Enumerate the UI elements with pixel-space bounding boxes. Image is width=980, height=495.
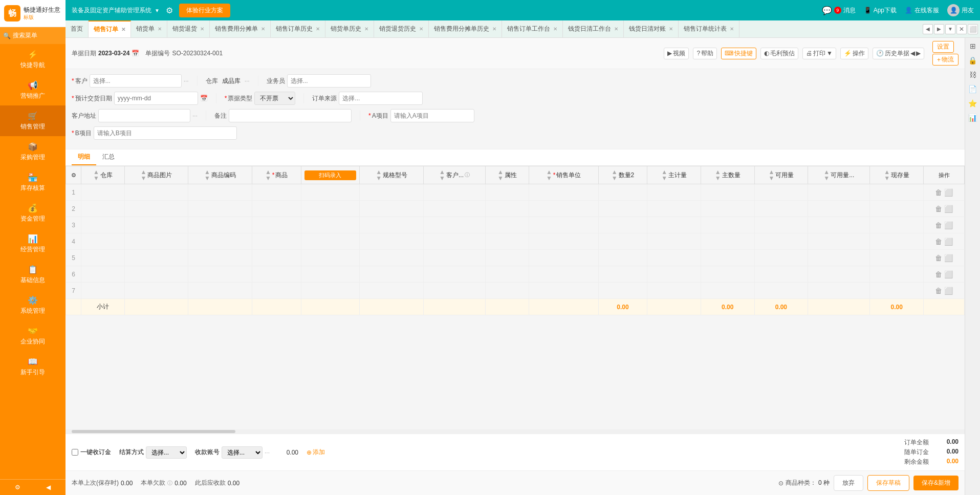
row-delete-1[interactable]: 🗑 xyxy=(935,188,942,197)
customer-code-info-icon[interactable]: ⓘ xyxy=(465,171,470,179)
history-nav-prev[interactable]: ◀ xyxy=(910,50,915,57)
tab-menu[interactable]: ▼ xyxy=(945,24,955,34)
row-delete-4[interactable]: 🗑 xyxy=(935,238,942,246)
horizontal-scrollbar[interactable] xyxy=(66,429,965,434)
tab-close-all[interactable]: ✕ xyxy=(956,24,967,34)
tab-order-history[interactable]: 销售订单历史 ✕ xyxy=(271,20,325,38)
sidebar-settings-btn[interactable]: ⚙ xyxy=(15,484,20,491)
tab-detail[interactable]: 明细 xyxy=(72,149,96,165)
calendar-icon[interactable]: 📅 xyxy=(132,50,139,57)
help-button[interactable]: ? 帮助 xyxy=(693,48,717,59)
invoice-type-select[interactable]: 不开票 xyxy=(254,92,295,105)
app-download-button[interactable]: 📱 App下载 xyxy=(864,6,897,15)
sidebar-item-guide[interactable]: 📖 新手引导 xyxy=(0,351,66,382)
product-name-sort-icon[interactable]: ▲▼ xyxy=(265,169,271,181)
tab-sales-bill-close[interactable]: ✕ xyxy=(158,26,162,32)
salesperson-input[interactable] xyxy=(287,74,371,88)
tab-stats[interactable]: 销售订单统计表 ✕ xyxy=(679,20,739,38)
tab-expense-split[interactable]: 销售费用分摊单 ✕ xyxy=(210,20,271,38)
operation-button[interactable]: ⚡ 操作 xyxy=(840,48,868,59)
spec-sort-icon[interactable]: ▲▼ xyxy=(376,169,382,181)
available-qty2-sort-icon[interactable]: ▲▼ xyxy=(823,169,830,181)
tab-summary[interactable]: 汇总 xyxy=(96,149,121,165)
messages-button[interactable]: 💬 9 消息 xyxy=(822,6,856,15)
print-button[interactable]: 🖨 打印 ▼ xyxy=(802,48,836,59)
quantity2-sort-icon[interactable]: ▲▼ xyxy=(612,169,618,181)
sidebar-item-inventory[interactable]: 🏪 库存核算 xyxy=(0,167,66,198)
address-more-icon[interactable]: ··· xyxy=(192,112,198,119)
tab-reconcile[interactable]: 钱货日清对账 ✕ xyxy=(624,20,679,38)
logistics-button[interactable]: + 物流 xyxy=(932,54,959,66)
scan-button[interactable]: 扫码录入 xyxy=(304,170,357,180)
tab-expense-history[interactable]: 销售费用分摊单历史 ✕ xyxy=(429,20,502,38)
history-nav-next[interactable]: ▶ xyxy=(916,50,921,57)
profit-button[interactable]: ◐ 毛利预估 xyxy=(760,48,798,59)
row-delete-3[interactable]: 🗑 xyxy=(935,221,942,229)
right-panel-icon-5[interactable]: ⭐ xyxy=(967,97,979,110)
main-unit-sort-icon[interactable]: ▲▼ xyxy=(661,169,667,181)
right-panel-icon-2[interactable]: 🔒 xyxy=(967,54,979,67)
customer-code-sort-icon[interactable]: ▲▼ xyxy=(439,169,445,181)
tab-scroll-right[interactable]: ▶ xyxy=(934,24,944,34)
quick-deposit-checkbox[interactable]: 一键收订金 xyxy=(72,448,111,457)
current-save-info-icon[interactable]: ⓘ xyxy=(167,480,172,487)
right-panel-icon-3[interactable]: ⛓ xyxy=(967,69,979,81)
row-copy-6[interactable]: ⬜ xyxy=(944,270,953,278)
address-input[interactable] xyxy=(98,109,190,122)
discard-button[interactable]: 放弃 xyxy=(834,475,863,491)
tab-order-workbench-close[interactable]: ✕ xyxy=(553,26,557,32)
sidebar-item-system[interactable]: ⚙️ 系统管理 xyxy=(0,290,66,320)
sidebar-item-quicknav[interactable]: ⚡ 快捷导航 xyxy=(0,44,66,75)
tab-sales-order[interactable]: 销售订单 ✕ xyxy=(89,20,131,38)
delivery-date-input[interactable] xyxy=(114,92,198,105)
scrollbar-thumb[interactable] xyxy=(72,430,235,433)
sales-unit-sort-icon[interactable]: ▲▼ xyxy=(546,169,552,181)
sidebar-item-marketing[interactable]: 📢 营销推广 xyxy=(0,75,66,105)
payment-method-select[interactable]: 选择... xyxy=(146,446,187,459)
row-copy-2[interactable]: ⬜ xyxy=(944,205,953,213)
save-draft-button[interactable]: 保存草稿 xyxy=(867,475,909,491)
quick-deposit-check[interactable] xyxy=(72,449,78,456)
sidebar-item-operations[interactable]: 📊 经营管理 xyxy=(0,228,66,259)
online-service-button[interactable]: 👤 在线客服 xyxy=(905,6,939,15)
current-qty-sort-icon[interactable]: ▲▼ xyxy=(884,169,890,181)
available-qty-sort-icon[interactable]: ▲▼ xyxy=(768,169,774,181)
user-menu[interactable]: 👤 用友 xyxy=(947,4,974,16)
row-copy-5[interactable]: ⬜ xyxy=(944,254,953,262)
attributes-sort-icon[interactable]: ▲▼ xyxy=(497,169,504,181)
tab-order-history-close[interactable]: ✕ xyxy=(316,26,320,32)
notes-input[interactable] xyxy=(229,109,352,122)
tab-sales-order-close[interactable]: ✕ xyxy=(121,27,125,32)
tab-home[interactable]: 首页 xyxy=(66,20,89,38)
account-select[interactable]: 选择... xyxy=(222,446,263,459)
main-qty-sort-icon[interactable]: ▲▼ xyxy=(715,169,721,181)
tab-sales-bill[interactable]: 销货单 ✕ xyxy=(131,20,167,38)
row-delete-6[interactable]: 🗑 xyxy=(935,270,942,278)
topbar-gear-icon[interactable]: ⚙ xyxy=(166,6,173,15)
warehouse-sort-icon[interactable]: ▲▼ xyxy=(93,169,99,181)
row-copy-7[interactable]: ⬜ xyxy=(944,287,953,295)
account-more-icon[interactable]: ··· xyxy=(265,449,270,456)
tab-daily-workbench[interactable]: 钱货日清工作台 ✕ xyxy=(563,20,624,38)
customer-input[interactable] xyxy=(90,74,182,88)
product-image-sort-icon[interactable]: ▲▼ xyxy=(141,169,147,181)
tab-expense-split-close[interactable]: ✕ xyxy=(261,26,265,32)
tab-return-history[interactable]: 销货退货历史 ✕ xyxy=(374,20,429,38)
right-panel-icon-1[interactable]: ⊞ xyxy=(967,40,979,52)
right-panel-icon-6[interactable]: 📊 xyxy=(967,112,979,124)
history-button[interactable]: 🕐 历史单据 ◀ ▶ xyxy=(873,48,924,59)
tab-reconcile-close[interactable]: ✕ xyxy=(669,26,673,32)
product-code-sort-icon[interactable]: ▲▼ xyxy=(204,169,210,181)
tab-bill-history[interactable]: 销货单历史 ✕ xyxy=(325,20,374,38)
sidebar-item-purchase[interactable]: 📦 采购管理 xyxy=(0,136,66,167)
warehouse-more-icon[interactable]: ··· xyxy=(245,77,250,84)
row-delete-7[interactable]: 🗑 xyxy=(935,287,942,295)
sidebar-item-sales[interactable]: 🛒 销售管理 xyxy=(0,105,66,136)
order-source-input[interactable] xyxy=(339,92,423,105)
sidebar-item-finance[interactable]: 💰 资金管理 xyxy=(0,198,66,228)
tab-stats-close[interactable]: ✕ xyxy=(730,26,734,32)
tab-order-workbench[interactable]: 销售订单工作台 ✕ xyxy=(502,20,563,38)
delivery-calendar-icon[interactable]: 📅 xyxy=(200,95,208,102)
th-settings[interactable]: ⚙ xyxy=(66,166,81,184)
add-payment-button[interactable]: ⊕ 添加 xyxy=(307,448,325,457)
